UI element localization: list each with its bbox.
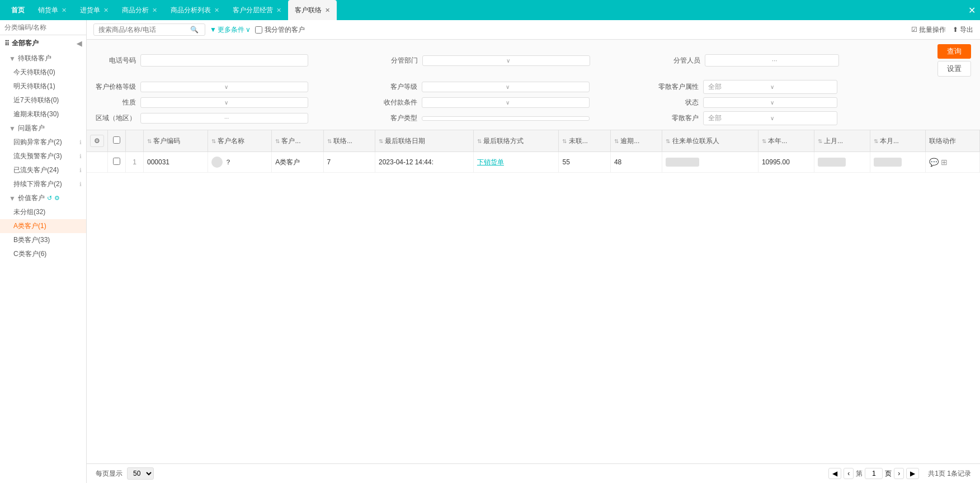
sidebar-item-b-class[interactable]: B类客户(33)	[0, 233, 86, 247]
tab-customer-contact[interactable]: 客户联络 ✕	[288, 0, 337, 20]
search-icon[interactable]: 🔍	[190, 26, 199, 34]
area-select[interactable]: ···	[140, 113, 308, 124]
select-all-checkbox[interactable]	[113, 136, 120, 144]
batch-operation-button[interactable]: ☑ 批量操作	[911, 25, 946, 35]
chevron-down-icon: ∨	[770, 100, 832, 106]
sidebar-item-c-class[interactable]: C类客户(6)	[0, 247, 86, 261]
collapse-icon[interactable]: ◀	[77, 40, 82, 48]
col-num	[126, 130, 144, 152]
chevron-down-icon: ∨	[506, 100, 585, 106]
tab-product-list[interactable]: 商品分析列表 ✕	[164, 0, 226, 20]
status-select[interactable]: ∨	[703, 97, 837, 108]
col-unit-contact: ⇅ 往来单位联系人	[662, 130, 758, 152]
sort-icon[interactable]: ⇅	[818, 138, 822, 144]
close-icon[interactable]: ✕	[152, 7, 157, 14]
column-settings-button[interactable]: ⚙	[90, 135, 104, 147]
payment-field: 收付款条件 ∨	[377, 97, 645, 108]
sort-icon[interactable]: ⇅	[211, 138, 216, 144]
first-page-button[interactable]: ◀	[828, 468, 841, 479]
export-button[interactable]: ⬆ 导出	[953, 25, 973, 35]
sort-icon[interactable]: ⇅	[614, 138, 619, 144]
row-checkbox[interactable]	[113, 158, 120, 165]
settings-small-icon[interactable]: ⚙	[54, 195, 60, 202]
close-all-button[interactable]: ✕	[968, 5, 976, 16]
row-last-month-cell	[814, 152, 870, 173]
tab-home[interactable]: 首页	[4, 0, 31, 20]
sort-icon[interactable]: ⇅	[562, 138, 567, 144]
phone-input[interactable]	[140, 54, 308, 67]
main-search-box: 🔍	[93, 23, 205, 36]
col-last-date: ⇅ 最后联络日期	[375, 130, 473, 152]
query-button[interactable]: 查询	[937, 44, 971, 59]
table-header-row: ⚙ ⇅ 客户编码 ⇅ 客户名称	[87, 130, 980, 152]
tab-customer-segment[interactable]: 客户分层经营 ✕	[226, 0, 288, 20]
col-this-month: ⇅ 本月...	[870, 130, 926, 152]
close-icon[interactable]: ✕	[276, 7, 281, 14]
prev-page-button[interactable]: ‹	[844, 468, 854, 479]
more-conditions-button[interactable]: ▼ 更多条件 ∨	[210, 25, 251, 35]
filter-row-4: 区域（地区） ··· 客户类型 零散客户	[96, 111, 971, 125]
sidebar-item-churned[interactable]: 已流失客户(24) ℹ	[0, 163, 86, 177]
col-checkbox	[108, 130, 126, 152]
nature-select[interactable]: ∨	[140, 97, 308, 108]
all-customers-header[interactable]: ⠿ 全部客户 ◀	[0, 35, 86, 51]
sidebar-item-churn-warning[interactable]: 流失预警客户(3) ℹ	[0, 149, 86, 163]
message-icon[interactable]: 💬	[929, 158, 939, 167]
main-search-input[interactable]	[98, 26, 188, 34]
page-number-input[interactable]	[865, 468, 883, 479]
sort-icon[interactable]: ⇅	[874, 138, 878, 144]
retail-attr-select[interactable]: 全部 ∨	[703, 80, 837, 94]
arrow-icon: ▼	[9, 55, 16, 63]
close-icon[interactable]: ✕	[103, 7, 109, 14]
sort-icon[interactable]: ⇅	[666, 138, 670, 144]
sidebar-item-today-pending[interactable]: 今天待联络(0)	[0, 65, 86, 79]
settings-button[interactable]: 设置	[937, 61, 971, 77]
sidebar-item-repurchase-abnormal[interactable]: 回购异常客户(2) ℹ	[0, 135, 86, 149]
tab-product-analysis[interactable]: 商品分析 ✕	[115, 0, 164, 20]
sidebar-item-7days-pending[interactable]: 近7天待联络(0)	[0, 93, 86, 107]
sidebar-item-tomorrow-pending[interactable]: 明天待联络(1)	[0, 79, 86, 93]
sort-icon[interactable]: ⇅	[762, 138, 766, 144]
bottom-bar: 每页显示 50 ◀ ‹ 第 页 › ▶ 共1页 1条记录	[87, 463, 980, 483]
close-icon[interactable]: ✕	[325, 7, 330, 14]
batch-icon: ☑	[911, 26, 917, 34]
retail-customer-select[interactable]: 全部 ∨	[703, 111, 837, 125]
price-grade-select[interactable]: ∨	[140, 82, 308, 92]
tab-purchase[interactable]: 进货单 ✕	[73, 0, 115, 20]
sort-icon[interactable]: ⇅	[147, 138, 152, 144]
retail-customer-field: 零散客户 全部 ∨	[658, 111, 926, 125]
customer-grade-select[interactable]: ∨	[422, 82, 590, 92]
my-customers-check[interactable]	[255, 26, 262, 34]
refresh-icon[interactable]: ↺	[47, 195, 52, 202]
person-select[interactable]: ···	[705, 54, 839, 67]
sidebar-group-problem[interactable]: ▼ 问题客户	[0, 121, 86, 135]
sort-icon[interactable]: ⇅	[275, 138, 280, 144]
sort-icon[interactable]: ⇅	[477, 138, 482, 144]
sidebar-item-overdue-pending[interactable]: 逾期未联络(30)	[0, 107, 86, 121]
col-overdue: ⇅ 逾期...	[610, 130, 662, 152]
sidebar-search-input[interactable]	[4, 23, 87, 31]
phone-field: 电话号码	[96, 54, 364, 67]
more-icon: ···	[224, 115, 303, 121]
close-icon[interactable]: ✕	[62, 7, 67, 14]
tab-sales[interactable]: 销货单 ✕	[31, 0, 73, 20]
customer-type-select[interactable]	[422, 116, 590, 121]
sidebar-item-a-class[interactable]: A类客户(1)	[0, 219, 86, 233]
payment-select[interactable]: ∨	[422, 97, 590, 108]
sidebar-group-value[interactable]: ▼ 价值客户 ↺ ⚙	[0, 191, 86, 205]
row-action-icons: 💬 ⊞	[929, 158, 976, 167]
close-icon[interactable]: ✕	[214, 7, 219, 14]
sidebar-group-pending[interactable]: ▼ 待联络客户	[0, 51, 86, 65]
sidebar-item-ungrouped[interactable]: 未分组(32)	[0, 205, 86, 219]
filter-row-2: 客户价格等级 ∨ 客户等级 ∨ 零散客户属性	[96, 80, 971, 94]
table-row: 1 000031 ？ A类客户	[87, 152, 980, 173]
sort-icon[interactable]: ⇅	[327, 138, 332, 144]
dept-select[interactable]: ∨	[422, 55, 590, 66]
sort-icon[interactable]: ⇅	[379, 138, 383, 144]
last-page-button[interactable]: ▶	[906, 468, 919, 479]
qr-icon[interactable]: ⊞	[941, 158, 948, 167]
sidebar-item-declining[interactable]: 持续下滑客户(2) ℹ	[0, 177, 86, 191]
page-size-select[interactable]: 50	[127, 467, 154, 480]
next-page-button[interactable]: ›	[894, 468, 904, 479]
last-method-link[interactable]: 下销货单	[477, 158, 504, 166]
